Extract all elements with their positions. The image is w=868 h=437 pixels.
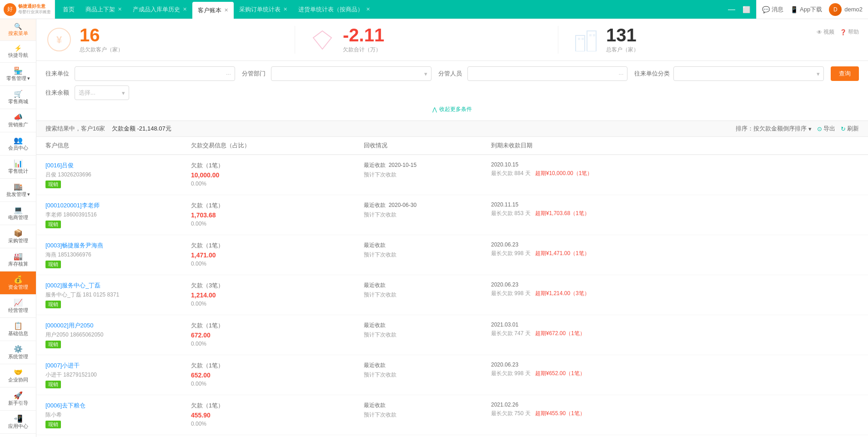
retail-mgmt-icon: 🏪 — [14, 66, 23, 75]
export-btn[interactable]: ⊙ 导出 — [817, 125, 835, 133]
tab-close-icon[interactable]: ✕ — [283, 6, 287, 12]
customer-name[interactable]: [0001020001]李老师 — [45, 201, 191, 210]
balance-select[interactable]: 选择... ▾ — [75, 85, 129, 100]
from-unit-input[interactable]: ··· — [75, 66, 235, 81]
data-table: 客户信息 欠款交易信息（占比） 回收情况 到期未收款日期 [0016]吕俊 吕俊… — [36, 137, 868, 437]
debt-amount: 1,703.68 — [191, 211, 364, 219]
refresh-btn[interactable]: ↻ 刷新 — [841, 125, 859, 133]
sidebar-item-retail-mgmt[interactable]: 🏪 零售管理▾ — [0, 63, 36, 86]
customer-info-cell: [0003]畅捷服务尹海燕 海燕 18513066976 现销 — [45, 241, 191, 268]
recovery-cell: 最近收款 预计下次收款 — [364, 241, 491, 259]
debt-percent: 0.00% — [191, 261, 364, 267]
debt-info-cell: 欠款（1笔） 672.00 0.00% — [191, 321, 364, 347]
sidebar-item-system[interactable]: ⚙️ 系统管理 — [0, 341, 36, 364]
sidebar-item-quick[interactable]: ⚡ 快捷导航 — [0, 41, 36, 63]
sidebar-item-marketing[interactable]: 📣 营销推广 — [0, 109, 36, 132]
tab-item[interactable]: 进货单统计表（按商品） ✕ — [293, 0, 376, 19]
sidebar-item-guide[interactable]: 🚀 新手引导 — [0, 387, 36, 411]
collapse-row[interactable]: ⋀ 收起更多条件 — [45, 104, 859, 115]
overdue-link[interactable]: 超期¥652.00（1笔） — [535, 370, 585, 377]
sidebar-item-collab[interactable]: 🤝 企业协同 — [0, 364, 36, 387]
sidebar-item-operations[interactable]: 📈 经营管理 — [0, 295, 36, 318]
svg-rect-6 — [582, 38, 584, 40]
app-name: 畅捷通好生意 — [18, 4, 51, 9]
col-overdue-date: 到期未收款日期 — [491, 141, 859, 150]
sidebar-item-wholesale[interactable]: 🏬 批发管理▾ — [0, 179, 36, 202]
sidebar-item-retail-stats[interactable]: 📊 零售统计 — [0, 156, 36, 179]
tab-active[interactable]: 客户账本 ✕ — [192, 2, 234, 19]
operations-icon: 📈 — [2, 298, 34, 307]
debt-info-cell: 欠款（3笔） 1,214.00 0.00% — [191, 281, 364, 307]
view-btn[interactable]: 👁 视频 — [817, 28, 834, 36]
status-badge: 现销 — [45, 421, 61, 428]
overdue-date: 2020.06.23 — [491, 362, 859, 368]
sidebar-item-wechat[interactable]: 💬 企业微信 — [0, 434, 36, 437]
sidebar-item-retail-mall[interactable]: 🛒 零售商城 — [0, 86, 36, 109]
member-icon: 👥 — [2, 136, 34, 145]
help-btn[interactable]: ❓ 帮助 — [840, 28, 859, 36]
chevron-up-icon: ⋀ — [432, 106, 437, 113]
overdue-info: 最长欠款 998 天 超期¥652.00（1笔） — [491, 370, 859, 377]
customer-name[interactable]: [0002]服务中心_丁磊 — [45, 281, 191, 290]
customer-name[interactable]: [0007]小进干 — [45, 362, 191, 370]
customer-name[interactable]: [0003]畅捷服务尹海燕 — [45, 241, 191, 250]
sidebar-item-ecommerce[interactable]: 💻 电商管理 — [0, 202, 36, 225]
overdue-days-text: 最长欠款 998 天 — [491, 370, 533, 377]
next-collection: 预计下次收款 — [364, 291, 491, 299]
tab-close-icon[interactable]: ✕ — [183, 6, 187, 12]
overdue-date-cell: 2021.02.26 最长欠款 750 天 超期¥455.90（1笔） — [491, 402, 859, 417]
tab-home[interactable]: 首页 — [57, 0, 80, 19]
unit-type-select[interactable]: ▾ — [673, 66, 824, 81]
last-collection: 最近收款 — [364, 362, 491, 369]
window-minimize[interactable]: — — [724, 5, 739, 14]
debt-customers-value: 16 — [80, 26, 123, 44]
tab-item[interactable]: 商品上下架 ✕ — [80, 0, 127, 19]
overdue-info: 最长欠款 747 天 超期¥672.00（1笔） — [491, 330, 859, 337]
overdue-link[interactable]: 超期¥1,471.00（1笔） — [535, 250, 590, 256]
tab-item[interactable]: 采购订单统计表 ✕ — [234, 0, 293, 19]
sidebar-item-member[interactable]: 👥 会员中心 — [0, 132, 36, 156]
customer-name[interactable]: [000002]用户2050 — [45, 321, 191, 330]
tab-item[interactable]: 产成品入库单历史 ✕ — [127, 0, 192, 19]
overdue-link[interactable]: 超期¥455.90（1笔） — [535, 410, 585, 417]
tab-close-icon[interactable]: ✕ — [366, 6, 370, 12]
debt-info-cell: 欠款（1笔） 1,471.00 0.00% — [191, 241, 364, 267]
sidebar-search[interactable]: 🔍 搜索菜单 — [0, 19, 36, 41]
dept-select[interactable]: ▾ — [271, 66, 431, 81]
person-input[interactable]: ··· — [467, 66, 628, 81]
ecommerce-icon: 💻 — [2, 206, 34, 214]
user-avatar[interactable]: D demo2 — [829, 3, 863, 16]
customer-name[interactable]: [0006]去下粮仓 — [45, 402, 191, 410]
sort-selector[interactable]: 排序：按欠款金额倒序排序 ▾ — [736, 125, 812, 133]
sidebar-item-purchase[interactable]: 📦 采购管理 — [0, 225, 36, 248]
table-row: [0002]服务中心_丁磊 服务中心_丁磊 181 0125 8371 现销 欠… — [36, 275, 868, 315]
overdue-link[interactable]: 超期¥1,214.00（3笔） — [535, 290, 590, 296]
debt-amount: 672.00 — [191, 332, 364, 339]
next-collection: 预计下次收款 — [364, 411, 491, 419]
table-row: [0016]吕俊 吕俊 13026203696 现销 欠款（1笔） 10,000… — [36, 155, 868, 195]
customer-info-cell: [0002]服务中心_丁磊 服务中心_丁磊 181 0125 8371 现销 — [45, 281, 191, 308]
svg-rect-7 — [589, 34, 592, 36]
sort-label-text: 排序：按欠款金额倒序排序 — [736, 125, 807, 133]
window-maximize[interactable]: ⬜ — [739, 6, 754, 13]
customer-name[interactable]: [0016]吕俊 — [45, 161, 191, 170]
tab-close-icon[interactable]: ✕ — [118, 6, 122, 12]
debt-amount: 652.00 — [191, 372, 364, 379]
message-btn[interactable]: 💬 消息 — [762, 5, 783, 14]
debt-percent: 0.00% — [191, 421, 364, 427]
overdue-link[interactable]: 超期¥672.00（1笔） — [535, 330, 585, 337]
recovery-cell: 最近收款 2020-06-30 预计下次收款 — [364, 201, 491, 219]
overdue-link[interactable]: 超期¥10,000.00（1笔） — [535, 170, 593, 176]
sidebar: 🔍 搜索菜单 ⚡ 快捷导航 🏪 零售管理▾ 🛒 零售商城 📣 营销推广 👥 会员… — [0, 19, 36, 437]
overdue-link[interactable]: 超期¥1,703.68（1笔） — [535, 210, 590, 216]
app-download-btn[interactable]: 📱 App下载 — [790, 5, 822, 14]
sidebar-item-finance[interactable]: 💰 资金管理 — [0, 271, 36, 295]
table-header: 客户信息 欠款交易信息（占比） 回收情况 到期未收款日期 — [36, 137, 868, 155]
message-icon: 💬 — [762, 6, 770, 13]
sidebar-item-inventory[interactable]: 🏭 库存核算 — [0, 248, 36, 271]
tab-close-icon[interactable]: ✕ — [224, 7, 228, 13]
system-icon: ⚙️ — [2, 345, 34, 353]
sidebar-item-basic[interactable]: 📋 基础信息 — [0, 318, 36, 341]
sidebar-item-appcenter[interactable]: 📲 应用中心 — [0, 411, 36, 434]
search-button[interactable]: 查询 — [831, 66, 859, 81]
